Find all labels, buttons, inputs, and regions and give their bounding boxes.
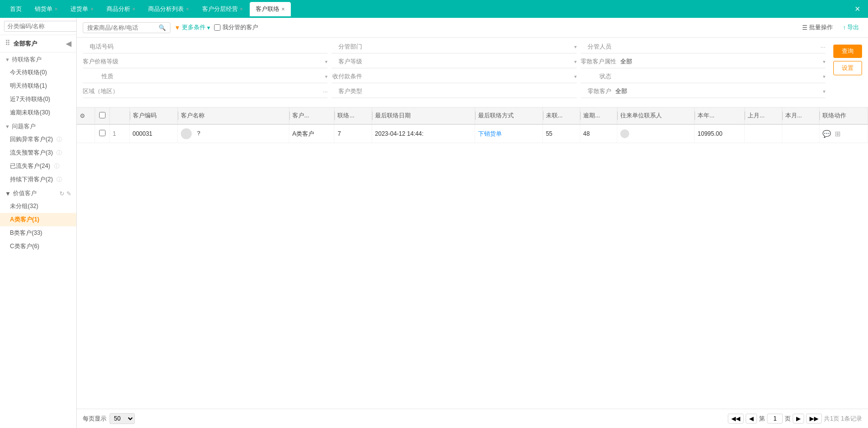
sidebar-item-churn-warning[interactable]: 流失预警客户(3) ⓘ [0, 146, 76, 160]
table-settings-icon[interactable]: ⚙ [80, 112, 85, 119]
tab-customer-segment-close[interactable]: × [240, 6, 243, 12]
sidebar-item-declining[interactable]: 持续下滑客户(2) ⓘ [0, 173, 76, 186]
settings-button[interactable]: 设置 [833, 61, 862, 75]
sidebar-item-churned[interactable]: 已流失客户(24) ⓘ [0, 160, 76, 173]
edit-icon[interactable]: ✎ [66, 190, 71, 197]
filter-phone: 电话号码 [83, 43, 327, 54]
row-last-month-cell [745, 124, 782, 143]
col-last-contact-date-header: 最后联络日期 [372, 107, 475, 124]
retail-customer-value: 全部 [615, 87, 627, 96]
filter-payment-input[interactable]: ▾ [366, 74, 576, 79]
total-info: 共1页 1条记录 [824, 415, 862, 423]
filter-manager-label: 分管人员 [581, 43, 615, 51]
col-no-contact-header: 未联... [542, 107, 580, 124]
col-settings: ⚙ [77, 107, 95, 124]
filter-dept-label: 分管部门 [331, 43, 366, 51]
row-contact-count-cell: 7 [334, 124, 372, 143]
tab-sales[interactable]: 销货单 × [29, 2, 63, 16]
filter-price-level-input[interactable]: ▾ [122, 59, 327, 64]
filter-region-input[interactable]: ··· [122, 88, 327, 95]
tab-analysis-close[interactable]: × [132, 6, 135, 12]
batch-ops-label: 批量操作 [809, 23, 833, 32]
window-close-button[interactable]: × [851, 4, 864, 14]
row-checkbox[interactable] [99, 130, 106, 136]
qr-action-icon[interactable]: ⊞ [835, 130, 841, 138]
chat-action-icon[interactable]: 💬 [822, 130, 831, 138]
tab-customer-contact[interactable]: 客户联络 × [250, 2, 290, 16]
data-table-area: ⚙ 客户编码 客户名称 [77, 107, 868, 409]
filter-nature-input[interactable]: ▾ [117, 74, 327, 79]
filter-nature: 性质 ▾ [83, 72, 327, 83]
tab-purchase[interactable]: 进货单 × [64, 2, 99, 16]
retail-attr-value: 全部 [620, 57, 632, 66]
tab-customer-segment[interactable]: 客户分层经营 × [196, 2, 249, 16]
main-search-icon[interactable]: 🔍 [159, 24, 166, 31]
tab-purchase-close[interactable]: × [90, 6, 93, 12]
tab-customer-contact-close[interactable]: × [281, 6, 284, 12]
tab-analysis[interactable]: 商品分析 × [101, 2, 141, 16]
sidebar-item-today-pending[interactable]: 今天待联络(0) [0, 66, 76, 79]
sidebar-item-overdue-pending[interactable]: 逾期未联络(30) [0, 106, 76, 119]
action-icons: 💬 ⊞ [822, 130, 865, 138]
row-last-contact-method-cell: 下销货单 [475, 124, 542, 143]
refresh-icon[interactable]: ↻ [59, 190, 64, 197]
filter-dept-input[interactable]: ▾ [366, 44, 576, 50]
next-page-btn[interactable]: ▶ [793, 414, 804, 424]
export-btn[interactable]: ↑ 导出 [840, 22, 862, 33]
tab-home[interactable]: 首页 [4, 2, 28, 16]
col-name-header: 客户名称 [178, 107, 289, 124]
tab-analysis-list-close[interactable]: × [186, 6, 189, 12]
first-page-btn[interactable]: ◀◀ [728, 414, 744, 424]
content-area: 🔍 ▼ 更多条件 ▾ 我分管的客户 ☰ 批量操作 ↑ 导出 [77, 18, 868, 428]
filter-bar: 🔍 ▼ 更多条件 ▾ 我分管的客户 ☰ 批量操作 ↑ 导出 [77, 18, 868, 38]
col-this-month-header: 本月... [782, 107, 819, 124]
pending-section-title[interactable]: ▼ 待联络客户 [0, 53, 76, 66]
batch-ops-btn[interactable]: ☰ 批量操作 [799, 22, 836, 33]
query-button[interactable]: 查询 [833, 45, 862, 58]
per-page-select[interactable]: 50 20 100 [109, 413, 135, 424]
prev-page-btn[interactable]: ◀ [746, 414, 757, 424]
my-customers-checkbox[interactable]: 我分管的客户 [214, 23, 258, 32]
sidebar-item-c-class[interactable]: C类客户(6) [0, 240, 76, 253]
page-number-input[interactable] [767, 414, 783, 424]
tab-analysis-list[interactable]: 商品分析列表 × [142, 2, 195, 16]
filter-price-level-label: 客户价格等级 [83, 57, 122, 66]
sidebar-item-7day-pending[interactable]: 近7天待联络(0) [0, 93, 76, 106]
last-contact-method-link[interactable]: 下销货单 [478, 130, 502, 137]
value-section-header[interactable]: ▼ 价值客户 ↻ ✎ [0, 186, 76, 200]
page-label: 第 [759, 415, 765, 423]
sidebar-collapse-icon[interactable]: ◀ [66, 40, 71, 48]
main-search-input[interactable] [87, 24, 157, 31]
col-sep [178, 111, 178, 120]
col-sep [617, 111, 618, 120]
sidebar-search-input[interactable] [4, 21, 77, 32]
filter-status-input[interactable]: ▾ [615, 74, 825, 79]
filter-region: 区域（地区） ··· [83, 87, 327, 98]
table-footer: 每页显示 50 20 100 ◀◀ ◀ 第 页 ▶ ▶▶ 共1页 1条记录 [77, 409, 868, 428]
sidebar-item-b-class[interactable]: B类客户(33) [0, 226, 76, 240]
pagination: ◀◀ ◀ 第 页 ▶ ▶▶ 共1页 1条记录 [728, 414, 862, 424]
col-last-month-header: 上月... [745, 107, 782, 124]
retail-customer-dropdown-icon: ▾ [823, 89, 825, 94]
filter-customer-level-label: 客户等级 [331, 57, 366, 66]
tab-sales-close[interactable]: × [54, 6, 57, 12]
filter-customer-level-input[interactable]: ▾ [366, 59, 576, 64]
filter-phone-label: 电话号码 [83, 43, 117, 51]
export-label: 导出 [847, 23, 859, 32]
row-overdue-cell: 48 [580, 124, 617, 143]
problem-section-title[interactable]: ▼ 问题客户 [0, 119, 76, 133]
filter-retail-attr-input[interactable]: 全部 ▾ [620, 57, 825, 66]
select-all-checkbox[interactable] [99, 112, 106, 118]
row-this-month-cell [782, 124, 819, 143]
filter-manager-input[interactable]: ··· [615, 44, 825, 51]
row-last-contact-date-cell: 2023-04-12 14:44: [372, 124, 475, 143]
last-page-btn[interactable]: ▶▶ [806, 414, 822, 424]
sidebar-item-tomorrow-pending[interactable]: 明天待联络(1) [0, 79, 76, 93]
sidebar-item-a-class[interactable]: A类客户(1) [0, 213, 76, 226]
sidebar-item-unclassified[interactable]: 未分组(32) [0, 200, 76, 213]
more-conditions-btn[interactable]: ▼ 更多条件 ▾ [174, 23, 210, 32]
filter-retail-customer-input[interactable]: 全部 ▾ [615, 87, 825, 96]
col-overdue-header: 逾期... [580, 107, 617, 124]
sidebar-item-repurchase-abnormal[interactable]: 回购异常客户(2) ⓘ [0, 133, 76, 146]
my-customers-check[interactable] [214, 24, 220, 31]
